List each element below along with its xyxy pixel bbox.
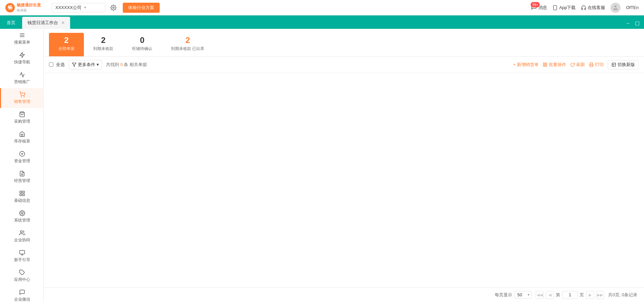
logo-icon: 畅 [5,3,15,12]
toolbar-right: + 新增销货单 批量操作 刷新 打印 [513,60,639,69]
svg-rect-20 [23,194,24,196]
minimize-button[interactable] [624,19,632,27]
svg-point-0 [113,7,114,8]
add-sales-order-button[interactable]: + 新增销货单 [513,60,539,69]
svg-point-11 [24,97,24,97]
search-menu-icon [19,32,25,38]
select-all-input[interactable] [49,62,53,67]
stat-num-pending-confirm: 0 [140,36,144,45]
sidebar-item-marketing[interactable]: 营销推广 [0,68,43,88]
sidebar-item-inventory[interactable]: 库存核算 [0,128,43,147]
switch-version-button[interactable]: 切换新版 [608,60,639,69]
svg-point-22 [21,213,23,214]
sidebar-item-operations[interactable]: 经营管理 [0,167,43,187]
svg-rect-28 [545,63,547,64]
sidebar-item-sys-mgmt[interactable]: 系统管理 [0,207,43,227]
toolbar: 全选 更多条件 ▾ 共找到 0 条 相关单据 + 新增销货单 [44,57,644,73]
tab-active[interactable]: 钱货日清工作台 ✕ [22,17,70,29]
wechat-icon [19,289,25,295]
stat-num-overdue-shipped: 2 [185,36,190,45]
trial-button[interactable]: 体验行业方案 [123,3,160,13]
logo-text: 畅捷通好生意 标准版 [17,3,41,12]
online-service-button[interactable]: 在线客服 [581,5,605,11]
logo-area: 畅 畅捷通好生意 标准版 [5,3,49,12]
svg-rect-18 [20,191,21,193]
base-info-icon [19,190,25,196]
found-text: 共找到 0 条 相关单据 [106,62,147,68]
svg-rect-32 [612,63,616,67]
page-size-label: 每页显示 [495,292,512,298]
operations-icon [19,171,25,177]
refresh-button[interactable]: 刷新 [570,62,585,68]
svg-point-23 [20,231,22,233]
page-size-select[interactable]: 50 100 200 [514,291,532,299]
found-count: 0 [120,62,123,67]
next-page-button[interactable]: ▶ [586,291,594,299]
message-area[interactable]: 99+ 消息 [531,4,547,11]
tab-home[interactable]: 首页 [0,17,22,29]
sidebar-item-purchase[interactable]: 采购管理 [0,108,43,128]
tab-close-icon[interactable]: ✕ [61,20,65,25]
stat-tab-all[interactable]: 2 全部单据 [49,33,84,56]
stat-num-all: 2 [64,36,68,45]
company-selector[interactable]: XXXXXX公司 ▾ [52,3,105,12]
sidebar-item-wechat[interactable]: 企业微信 [0,286,43,302]
user-icon [612,5,619,11]
stat-label-pending-confirm: 旺辅待确认 [132,46,152,52]
pagination: ◀◀ ◀ 第 页 ▶ ▶▶ [536,291,604,299]
company-dropdown-arrow: ▾ [84,5,86,10]
sidebar-item-sales[interactable]: 销售管理 [0,88,43,108]
svg-rect-1 [554,5,557,10]
total-text: 共0页, 0条记录 [608,292,637,298]
svg-point-10 [21,97,22,97]
sidebar-item-guide[interactable]: 新手引导 [0,246,43,266]
stat-label-overdue-shipped: 到期未收款 已出库 [171,46,204,52]
sidebar-item-app-center[interactable]: 应用中心 [0,266,43,286]
top-header: 畅 畅捷通好生意 标准版 XXXXXX公司 ▾ 体验行业方案 99+ 消息 [0,0,644,15]
svg-rect-24 [20,250,25,254]
stat-tab-overdue-uncollected[interactable]: 2 到期未收款 [84,33,123,56]
app-download-button[interactable]: App下载 [552,5,576,11]
username[interactable]: OfTEn [626,5,639,10]
prev-page-button[interactable]: ◀ [546,291,554,299]
sidebar-label-finance: 资金管理 [14,158,30,164]
select-all-checkbox[interactable]: 全选 [49,62,65,68]
svg-marker-26 [72,63,76,67]
settings-button[interactable] [108,2,119,13]
enterprise-icon [19,230,25,236]
svg-rect-29 [545,65,547,66]
finance-icon [19,151,25,157]
sys-mgmt-icon [19,210,25,216]
stat-num-overdue-uncollected: 2 [101,36,105,45]
first-page-button[interactable]: ◀◀ [536,291,544,299]
sidebar-item-base-info[interactable]: 基础信息 [0,187,43,207]
filter-dropdown-icon: ▾ [97,62,99,67]
sidebar-label-operations: 经营管理 [14,178,30,184]
footer: 每页显示 50 100 200 ◀◀ ◀ 第 页 ▶ [44,287,644,302]
sales-icon [19,92,25,98]
stats-tabs: 2 全部单据 2 到期未收款 0 旺辅待确认 2 到期未收款 已出库 [44,29,644,57]
sidebar-item-enterprise[interactable]: 企业协同 [0,227,43,246]
sidebar-item-search-menu[interactable]: 搜索菜单 [0,29,43,49]
sidebar-item-quick-nav[interactable]: 快捷导航 [0,49,43,68]
last-page-button[interactable]: ▶▶ [596,291,604,299]
avatar[interactable] [610,3,621,13]
page-label-pre: 第 [556,292,560,298]
minus-icon [626,21,630,26]
page-size-wrap[interactable]: 50 100 200 [514,291,532,299]
stat-tab-overdue-shipped[interactable]: 2 到期未收款 已出库 [162,33,214,56]
main-layout: 搜索菜单 快捷导航 营销推广 销售管理 采购管理 [0,29,644,302]
sidebar-item-finance[interactable]: 资金管理 [0,147,43,167]
guide-icon [19,250,25,256]
batch-operation-button[interactable]: 批量操作 [543,62,566,68]
stat-tab-pending-confirm[interactable]: 0 旺辅待确认 [123,33,162,56]
table-area [44,73,644,287]
page-number-input[interactable] [562,291,578,299]
sidebar-label-wechat: 企业微信 [14,297,30,302]
svg-rect-27 [543,63,545,64]
svg-rect-5 [636,22,639,25]
filter-button[interactable]: 更多条件 ▾ [69,60,102,69]
maximize-button[interactable] [633,19,641,27]
inventory-icon [19,131,25,137]
print-button[interactable]: 打印 [589,62,604,68]
